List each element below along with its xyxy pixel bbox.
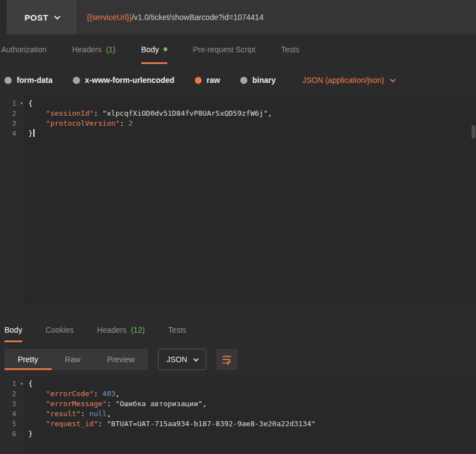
code-token: : [107, 399, 116, 408]
code-line: 4 "result": null, [0, 409, 476, 419]
gutter: 4 [0, 129, 24, 139]
response-tab-headers[interactable]: Headers (12) [97, 317, 145, 342]
tab-authorization[interactable]: Authorization [1, 34, 47, 64]
body-mode-binary[interactable]: binary [240, 76, 276, 85]
request-body-editor[interactable]: ▾ 1 { 2 "sessionId": "xlpcqfXiOD0dv51D84… [0, 96, 476, 303]
method-selector[interactable]: POST [7, 0, 78, 34]
code-line: 6 } [0, 429, 476, 439]
line-number: 3 [12, 119, 16, 129]
radio-icon [73, 77, 80, 84]
code-token: : [98, 420, 107, 428]
json-key: "protocolVersion" [46, 119, 120, 127]
headers-count-badge: (12) [131, 325, 145, 334]
json-null: null [90, 409, 107, 418]
request-url-bar: POST {{serviceUrl}}/v1.0/ticket/showBarc… [0, 0, 476, 34]
tab-headers[interactable]: Headers (1) [72, 34, 116, 64]
code-token: : [93, 389, 102, 398]
response-tabs: Body Cookies Headers (12) Tests [0, 317, 476, 343]
gutter: 4 [0, 409, 24, 419]
body-mode-row: form-data x-www-form-urlencoded raw bina… [0, 65, 476, 96]
code-token: { [28, 99, 33, 107]
line-number: 1 [12, 98, 16, 108]
code-token: } [28, 430, 33, 438]
wrap-text-button[interactable] [216, 349, 237, 370]
view-tab-pretty[interactable]: Pretty [4, 349, 52, 370]
line-number: 5 [12, 419, 16, 429]
response-tab-tests[interactable]: Tests [168, 317, 186, 342]
line-number: 1 [12, 379, 16, 389]
json-key: "errorMessage" [46, 399, 107, 408]
line-number: 6 [12, 429, 16, 439]
chevron-down-icon [54, 13, 60, 19]
view-tab-preview[interactable]: Preview [94, 349, 148, 370]
code-token: , [107, 409, 111, 418]
code-line: 2 "errorCode": 403, [0, 389, 476, 399]
code-token [28, 109, 46, 117]
code-token: : [93, 109, 102, 117]
line-number: 4 [12, 409, 16, 419]
code-token: , [267, 109, 272, 117]
code-token: : [120, 119, 128, 127]
response-tab-cookies[interactable]: Cookies [46, 317, 74, 342]
code-fold-icon[interactable]: ▾ [20, 379, 23, 389]
tab-pre-request-script[interactable]: Pre-request Script [193, 34, 256, 64]
code-line: ▾ 1 { [0, 379, 476, 389]
json-number: 403 [102, 389, 115, 398]
line-number: 3 [12, 399, 16, 409]
pane-splitter[interactable] [0, 303, 476, 317]
line-number: 4 [12, 129, 16, 139]
line-number: 2 [12, 108, 16, 119]
json-string: "Ошибка авторизации" [116, 399, 203, 408]
json-key: "result" [46, 409, 81, 418]
url-path: /v1.0/ticket/showBarcode?id=1074414 [132, 13, 264, 22]
tab-tests[interactable]: Tests [281, 34, 300, 64]
code-token [28, 399, 46, 408]
json-string: "BTUAT=UAT-715aa934-b187-8392-9ae8-3e20a… [107, 420, 316, 428]
code-line: 2 "sessionId": "xlpcqfXiOD0dv51D84fvP8UA… [0, 108, 476, 119]
json-key: "request_id" [46, 420, 98, 428]
response-tab-body[interactable]: Body [4, 317, 22, 342]
postman-app: POST {{serviceUrl}}/v1.0/ticket/showBarc… [0, 0, 476, 454]
code-line: 3 "protocolVersion": 2 [0, 119, 476, 129]
text-cursor [33, 129, 34, 137]
response-format-selector[interactable]: JSON [158, 349, 206, 370]
response-body-editor[interactable]: ▾ 1 { 2 "errorCode": 403, 3 "errorMessag… [0, 376, 476, 454]
json-key: "errorCode" [46, 389, 93, 398]
body-mode-raw[interactable]: raw [195, 76, 220, 85]
code-token [28, 389, 46, 398]
response-toolbar: Pretty Raw Preview JSON [0, 343, 476, 376]
code-token [28, 420, 46, 428]
code-token [28, 409, 46, 418]
code-token: { [28, 379, 33, 388]
gutter: 3 [0, 399, 24, 409]
tab-body[interactable]: Body [141, 34, 167, 64]
radio-icon [240, 77, 247, 84]
body-present-dot-icon [163, 47, 167, 51]
chevron-down-icon [390, 77, 395, 82]
url-input[interactable]: {{serviceUrl}}/v1.0/ticket/showBarcode?i… [78, 0, 476, 34]
view-switcher: Pretty Raw Preview [4, 349, 148, 370]
json-number: 2 [128, 119, 133, 127]
gutter: 6 [0, 429, 24, 439]
code-fold-icon[interactable]: ▾ [20, 98, 23, 108]
json-string: "xlpcqfXiOD0dv51D84fvP8UArSxQD59zfW6j" [102, 109, 267, 117]
radio-selected-icon [195, 77, 202, 84]
radio-icon [4, 77, 12, 84]
body-mode-form-data[interactable]: form-data [4, 76, 53, 85]
body-mode-urlencoded[interactable]: x-www-form-urlencoded [73, 76, 175, 85]
gutter: 3 [0, 119, 24, 129]
scrollbar-thumb[interactable] [472, 125, 475, 139]
view-tab-raw[interactable]: Raw [52, 349, 94, 370]
code-token [28, 119, 46, 127]
code-line: 5 "request_id": "BTUAT=UAT-715aa934-b187… [0, 419, 476, 429]
json-key: "sessionId" [46, 109, 93, 117]
code-token: } [28, 129, 33, 137]
code-token: : [81, 409, 90, 418]
wrap-text-icon [221, 354, 232, 365]
url-variable: {{serviceUrl}} [87, 13, 132, 22]
code-line: 3 "errorMessage": "Ошибка авторизации", [0, 399, 476, 409]
content-type-selector[interactable]: JSON (application/json) [303, 76, 395, 85]
request-tabs: Authorization Headers (1) Body Pre-reque… [0, 34, 476, 65]
gutter: 2 [0, 108, 24, 119]
gutter: ▾ 1 [0, 98, 24, 108]
